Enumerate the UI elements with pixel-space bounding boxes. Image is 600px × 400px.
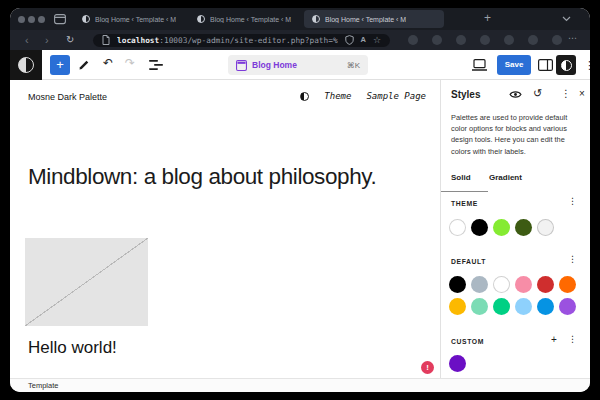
palette-description: Palettes are used to provide default col…	[451, 112, 584, 157]
styles-toggle-button[interactable]	[556, 55, 576, 75]
color-swatch-pale-cyan-blue[interactable]	[515, 298, 532, 315]
translate-icon[interactable]: A	[361, 35, 366, 45]
color-swatch-black[interactable]	[449, 276, 466, 293]
save-button[interactable]: Save	[497, 55, 531, 75]
view-devices-icon[interactable]	[472, 59, 487, 71]
color-swatch-light-green-cyan[interactable]	[471, 298, 488, 315]
toolbar-overflow-icon[interactable]: ⋯	[568, 33, 577, 43]
default-palette	[449, 276, 583, 320]
extension-icon[interactable]	[456, 35, 466, 45]
url-text: localhost:10003/wp-admin/site-editor.php…	[117, 36, 338, 45]
default-palette-options-icon[interactable]: ⋮	[568, 254, 577, 264]
extension-icon[interactable]	[504, 35, 514, 45]
screenshot-root: Blog Home ‹ Template ‹ M Blog Home ‹ Tem…	[0, 0, 600, 400]
color-swatch-vivid-purple[interactable]	[559, 298, 576, 315]
site-favicon-icon	[82, 15, 90, 23]
color-swatch-vivid-cyan-blue[interactable]	[537, 298, 554, 315]
shield-icon[interactable]	[345, 35, 354, 45]
tab-title: Blog Home ‹ Template ‹ M	[325, 16, 406, 23]
styles-options-icon[interactable]: ⋮	[561, 88, 571, 99]
edit-tool-icon[interactable]	[78, 59, 90, 71]
tab-title: Blog Home ‹ Template ‹ M	[95, 16, 176, 23]
site-navigation: Theme Sample Page	[300, 91, 426, 101]
tab-solid[interactable]: Solid	[441, 173, 488, 192]
blog-heading[interactable]: Mindblown: a blog about philosophy.	[28, 164, 376, 190]
theme-palette-options-icon[interactable]: ⋮	[568, 196, 577, 206]
color-swatch-cyan-bluish-gray[interactable]	[471, 276, 488, 293]
tab-gradient[interactable]: Gradient	[489, 173, 522, 182]
color-swatch-pale-pink[interactable]	[515, 276, 532, 293]
custom-palette	[449, 355, 583, 377]
address-bar[interactable]: localhost:10003/wp-admin/site-editor.php…	[93, 34, 390, 47]
traffic-light-close[interactable]	[18, 16, 25, 23]
color-swatch-dark-green[interactable]	[515, 219, 532, 236]
tab-title: Blog Home ‹ Template ‹ M	[210, 16, 291, 23]
editor-footer: Template	[10, 378, 590, 392]
color-swatch-white[interactable]	[493, 276, 510, 293]
extension-icon[interactable]	[552, 35, 562, 45]
extension-icon[interactable]	[432, 35, 442, 45]
nav-link-theme[interactable]: Theme	[324, 91, 351, 101]
document-title-button[interactable]: Blog Home ⌘K	[228, 55, 368, 75]
url-host: localhost	[117, 36, 159, 45]
wp-site-icon-button[interactable]	[10, 50, 42, 80]
firefox-view-icon[interactable]	[54, 13, 66, 25]
extension-icon[interactable]	[528, 35, 538, 45]
reload-button[interactable]: ↻	[66, 33, 74, 47]
back-button[interactable]: ‹	[25, 33, 29, 47]
settings-sidebar-toggle-icon[interactable]	[538, 59, 553, 71]
forward-button[interactable]: ›	[45, 33, 49, 47]
extension-icon[interactable]	[408, 35, 418, 45]
document-title: Blog Home	[252, 60, 297, 70]
browser-tab[interactable]: Blog Home ‹ Template ‹ M	[189, 10, 309, 28]
custom-palette-options-icon[interactable]: ⋮	[568, 334, 577, 344]
url-path: :10003/wp-admin/site-editor.php?path=%	[159, 36, 337, 45]
styles-sidebar: Styles ↺ ⋮ × Palettes are used to provid…	[440, 80, 590, 378]
color-swatch-vivid-green-cyan[interactable]	[493, 298, 510, 315]
page-info-icon[interactable]	[102, 35, 110, 45]
site-favicon-icon	[312, 15, 320, 23]
traffic-light-zoom[interactable]	[38, 16, 45, 23]
section-label-theme: THEME	[451, 200, 478, 207]
color-swatch-vivid-red[interactable]	[537, 276, 554, 293]
revisions-history-icon[interactable]: ↺	[533, 87, 542, 100]
color-swatch-luminous-vivid-amber[interactable]	[449, 298, 466, 315]
color-swatch-custom-violet[interactable]	[449, 355, 466, 372]
undo-button[interactable]: ↶	[103, 56, 113, 70]
browser-tab-active[interactable]: Blog Home ‹ Template ‹ M	[304, 10, 444, 28]
list-view-icon[interactable]	[149, 59, 163, 71]
browser-window: Blog Home ‹ Template ‹ M Blog Home ‹ Tem…	[10, 8, 590, 392]
close-panel-icon[interactable]: ×	[579, 88, 585, 99]
section-label-custom: CUSTOM	[451, 338, 484, 345]
color-swatch-luminous-vivid-orange[interactable]	[559, 276, 576, 293]
add-custom-color-button[interactable]: +	[551, 334, 557, 345]
breadcrumb[interactable]: Template	[28, 379, 58, 392]
browser-tab-bar: Blog Home ‹ Template ‹ M Blog Home ‹ Tem…	[10, 8, 590, 30]
browser-toolbar: ‹ › ↻ localhost:10003/wp-admin/site-edit…	[10, 30, 590, 50]
command-shortcut: ⌘K	[347, 61, 360, 70]
color-swatch-vivid-lime[interactable]	[493, 219, 510, 236]
wp-editor-topbar: + ↶ ↷ Blog Home ⌘K Save	[10, 50, 590, 80]
browser-tab[interactable]: Blog Home ‹ Template ‹ M	[74, 10, 194, 28]
site-favicon-icon	[197, 15, 205, 23]
notification-badge[interactable]: !	[421, 361, 434, 374]
bookmark-star-icon[interactable]: ☆	[373, 35, 381, 45]
tab-list-chevron-icon[interactable]	[562, 16, 571, 22]
editor-canvas: Mosne Dark Palette Theme Sample Page Min…	[10, 80, 440, 378]
editor-options-icon[interactable]: ⋮	[584, 55, 590, 75]
style-book-eye-icon[interactable]	[509, 90, 522, 99]
new-tab-button[interactable]: +	[484, 11, 491, 25]
color-swatch-base-white[interactable]	[449, 219, 466, 236]
image-placeholder[interactable]	[25, 238, 148, 326]
template-icon	[236, 60, 247, 71]
extension-icon[interactable]	[480, 35, 490, 45]
color-swatch-light-gray[interactable]	[537, 219, 554, 236]
styles-halfmoon-icon	[561, 60, 572, 71]
site-title[interactable]: Mosne Dark Palette	[28, 92, 107, 102]
color-swatch-contrast-black[interactable]	[471, 219, 488, 236]
block-inserter-button[interactable]: +	[50, 55, 70, 75]
redo-button-disabled[interactable]: ↷	[125, 56, 135, 70]
traffic-light-minimize[interactable]	[28, 16, 35, 23]
post-title[interactable]: Hello world!	[28, 338, 117, 358]
nav-link-sample-page[interactable]: Sample Page	[366, 91, 426, 101]
